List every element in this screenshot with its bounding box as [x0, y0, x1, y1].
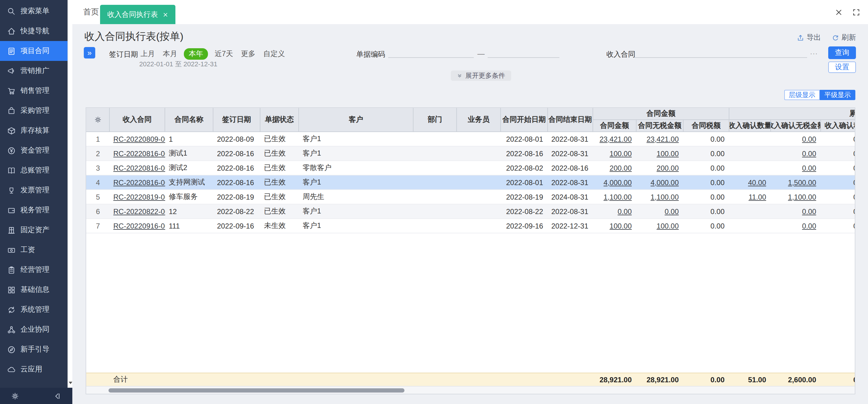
- amount_notax-link[interactable]: 4,000.00: [651, 178, 679, 187]
- sidebar-item-sales[interactable]: 销售管理: [0, 81, 67, 101]
- table-row[interactable]: 5RC-20220819-001修车服务2022-08-19已生效周先生2022…: [86, 190, 855, 205]
- quick-option-last-7-days[interactable]: 近7天: [213, 48, 234, 60]
- expand-more-conditions-button[interactable]: 展开更多条件: [451, 70, 511, 81]
- confirm_notax-link[interactable]: 0.00: [802, 149, 816, 158]
- col-header-end[interactable]: 合同结束日期: [548, 108, 593, 132]
- amount_notax-link[interactable]: 100.00: [657, 222, 679, 230]
- table-row[interactable]: 6RC-20220822-001122022-08-22已生效客户12022-0…: [86, 205, 855, 219]
- table-row[interactable]: 7RC-20220916-0011112022-09-16未生效客户12022-…: [86, 219, 855, 234]
- table-row[interactable]: 1RC-20220809-00112022-08-09已生效客户12022-08…: [86, 132, 855, 147]
- amount_notax-link[interactable]: 0.00: [664, 207, 679, 216]
- sidebar-item-invoice[interactable]: 发票管理: [0, 180, 67, 200]
- sidebar-item-project-contract[interactable]: 项目合同: [0, 41, 67, 61]
- amount_notax-link[interactable]: 1,100.00: [651, 193, 679, 201]
- sidebar-item-funds[interactable]: 资金管理: [0, 141, 67, 160]
- quick-option-this-year[interactable]: 本年: [184, 48, 208, 60]
- col-header-confirm_tax[interactable]: 收入确认税额: [821, 120, 855, 132]
- code-link[interactable]: RC-20220816-002: [113, 164, 165, 172]
- col-header-qty[interactable]: 收入确认数量: [730, 120, 771, 132]
- col-header-customer[interactable]: 客户: [299, 108, 413, 132]
- confirm_notax-link[interactable]: 1,100.00: [788, 193, 816, 201]
- refresh-button[interactable]: 刷新: [832, 33, 856, 43]
- sidebar-item-quick-nav[interactable]: 快捷导航: [0, 21, 67, 41]
- confirm_notax-link[interactable]: 1,500.00: [788, 178, 816, 187]
- doc-code-from-input[interactable]: [388, 46, 474, 58]
- sidebar-item-tax[interactable]: 税务管理: [0, 200, 67, 220]
- sidebar-item-base-info[interactable]: 基础信息: [0, 280, 67, 300]
- col-header-amount[interactable]: 合同金额: [593, 120, 637, 132]
- sidebar-item-inventory-accounting[interactable]: 库存核算: [0, 121, 67, 141]
- table-row[interactable]: 2RC-20220816-001测试12022-08-16已生效客户12022-…: [86, 147, 855, 161]
- col-header-confirm_notax[interactable]: 收入确认无税金额: [771, 120, 821, 132]
- close-icon[interactable]: [835, 8, 843, 16]
- income-contract-picker-button[interactable]: ...: [810, 48, 818, 56]
- gear-icon[interactable]: [94, 116, 101, 124]
- col-header-start[interactable]: 合同开始日期: [501, 108, 548, 132]
- confirm_notax-link[interactable]: 0.00: [802, 207, 816, 216]
- fullscreen-icon[interactable]: [852, 8, 860, 16]
- col-header-n[interactable]: [86, 108, 110, 132]
- export-button[interactable]: 导出: [797, 33, 821, 43]
- collapse-sidebar-icon[interactable]: [53, 392, 61, 400]
- settings-gear-icon[interactable]: [11, 392, 19, 400]
- sidebar-item-collaboration[interactable]: 企业协同: [0, 319, 67, 340]
- confirm_notax-link[interactable]: 0.00: [802, 222, 816, 230]
- code-link[interactable]: RC-20220809-001: [113, 135, 165, 143]
- amount-link[interactable]: 1,100.00: [604, 193, 632, 201]
- code-link[interactable]: RC-20220816-003: [113, 178, 165, 187]
- amount_notax-link[interactable]: 200.00: [657, 164, 679, 172]
- code-link[interactable]: RC-20220816-001: [113, 149, 165, 158]
- amount-link[interactable]: 100.00: [610, 222, 632, 230]
- amount-link[interactable]: 4,000.00: [604, 178, 632, 187]
- quick-option-custom[interactable]: 自定义: [262, 48, 286, 60]
- horizontal-scrollbar[interactable]: [86, 386, 855, 394]
- col-header-status[interactable]: 单据状态: [260, 108, 299, 132]
- tab-close-icon[interactable]: [163, 12, 168, 17]
- col-header-tax[interactable]: 合同税额: [684, 120, 730, 132]
- sidebar-item-fixed-assets[interactable]: 固定资产: [0, 220, 67, 240]
- income-contract-input[interactable]: [635, 46, 807, 58]
- amount-link[interactable]: 100.00: [610, 149, 632, 158]
- col-header-amount_notax[interactable]: 合同无税金额: [637, 120, 684, 132]
- col-header-name[interactable]: 合同名称: [165, 108, 213, 132]
- qty-link[interactable]: 40.00: [748, 178, 766, 187]
- quick-option-this-month[interactable]: 本月: [161, 48, 179, 60]
- sidebar-item-operations[interactable]: 经营管理: [0, 260, 67, 280]
- table-row[interactable]: 4RC-20220816-003支持网测试2022-08-16已生效客户1202…: [86, 176, 855, 190]
- amount-link[interactable]: 0.00: [618, 207, 632, 216]
- amount-link[interactable]: 23,421.00: [599, 135, 632, 143]
- tab-home[interactable]: 首页: [83, 0, 99, 24]
- qty-link[interactable]: 11.00: [749, 193, 766, 201]
- sidebar-scroll-down-arrow[interactable]: [69, 382, 72, 384]
- horizontal-scrollbar-thumb[interactable]: [108, 388, 404, 393]
- code-link[interactable]: RC-20220819-001: [113, 193, 165, 201]
- doc-code-to-input[interactable]: [488, 46, 559, 58]
- quick-option-last-month[interactable]: 上月: [139, 48, 156, 60]
- sidebar-item-general-ledger[interactable]: 总账管理: [0, 160, 67, 180]
- confirm_notax-link[interactable]: 0.00: [802, 135, 816, 143]
- col-header-code[interactable]: 收入合同: [110, 108, 165, 132]
- amount_notax-link[interactable]: 23,421.00: [647, 135, 679, 143]
- quick-option-more[interactable]: 更多: [240, 48, 256, 60]
- col-header-sign[interactable]: 签订日期: [213, 108, 260, 132]
- sidebar-item-payroll[interactable]: 工资: [0, 240, 67, 260]
- sidebar-item-system[interactable]: 系统管理: [0, 300, 67, 319]
- code-link[interactable]: RC-20220822-001: [113, 207, 165, 216]
- sidebar-item-purchase[interactable]: 采购管理: [0, 101, 67, 121]
- table-row[interactable]: 3RC-20220816-002测试22022-08-16已生效零散客户2022…: [86, 161, 855, 176]
- toggle-hierarchy-view[interactable]: 层级显示: [784, 90, 820, 100]
- query-button[interactable]: 查询: [828, 46, 856, 59]
- sidebar-item-search-menu[interactable]: 搜索菜单: [0, 1, 67, 21]
- col-header-sales[interactable]: 业务员: [457, 108, 501, 132]
- sidebar-item-beginner-guide[interactable]: 新手引导: [0, 340, 67, 360]
- code-link[interactable]: RC-20220916-001: [113, 222, 165, 230]
- collapse-filter-button[interactable]: »: [84, 47, 95, 59]
- confirm_notax-link[interactable]: 0.00: [802, 164, 816, 172]
- sidebar-item-cloud-apps[interactable]: 云应用: [0, 360, 67, 379]
- toggle-flat-view[interactable]: 平级显示: [820, 90, 855, 100]
- filter-settings-button[interactable]: 设置: [828, 62, 856, 73]
- sidebar-scrollbar[interactable]: [67, 0, 72, 388]
- tab-income-contract-report[interactable]: 收入合同执行表: [100, 5, 176, 24]
- sidebar-item-marketing[interactable]: 营销推广: [0, 61, 67, 81]
- amount-link[interactable]: 200.00: [610, 164, 632, 172]
